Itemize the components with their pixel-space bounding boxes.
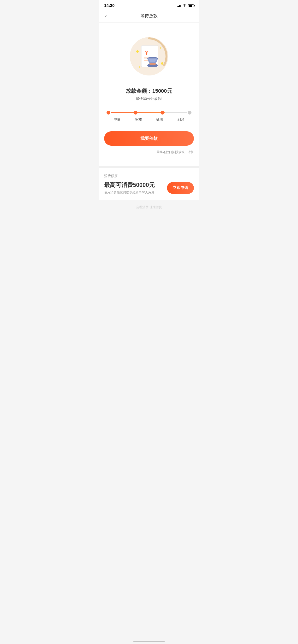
back-button[interactable]: ‹ xyxy=(103,12,109,20)
consumer-label: 消费额度 xyxy=(104,174,194,178)
disclaimer-text: 最终还款日按照放款日计算 xyxy=(99,148,199,159)
action-button-section: 我要催款 xyxy=(99,129,199,148)
page-title: 等待放款 xyxy=(140,13,158,19)
step-label-1: 申请 xyxy=(106,118,128,122)
step-label-4: 到账 xyxy=(170,118,192,122)
illustration-area: ¥ xyxy=(99,23,199,85)
step-label-3: 提现 xyxy=(149,118,170,122)
amount-prefix: 放款金额： xyxy=(126,88,152,94)
section-divider xyxy=(99,166,199,168)
step-label-2: 审核 xyxy=(128,118,149,122)
wifi-icon xyxy=(183,4,186,8)
svg-point-11 xyxy=(160,47,161,49)
svg-point-8 xyxy=(136,50,139,53)
svg-text:¥: ¥ xyxy=(145,49,148,56)
battery-icon xyxy=(188,4,194,7)
progress-section: 申请 审核 提现 到账 xyxy=(99,106,199,129)
svg-point-7 xyxy=(149,63,156,65)
main-content: ¥ 放款金额：15000元 最快30分钟放款! xyxy=(99,23,199,166)
consumer-content: 最高可消费50000元 使用消费额度购物享受最高40天免息 立即申请 xyxy=(104,181,194,194)
progress-line-filled xyxy=(111,112,165,113)
footer-text: 合理消费 理性借贷 xyxy=(99,200,199,219)
amount-value: 15000元 xyxy=(152,88,172,94)
consumer-card: 消费额度 最高可消费50000元 使用消费额度购物享受最高40天免息 立即申请 xyxy=(99,168,199,200)
consumer-info: 最高可消费50000元 使用消费额度购物享受最高40天免息 xyxy=(104,181,167,194)
status-icons xyxy=(177,4,194,8)
consumer-desc: 使用消费额度购物享受最高40天免息 xyxy=(104,190,167,194)
hourglass-illustration: ¥ xyxy=(125,32,173,80)
progress-track xyxy=(106,111,192,114)
urge-button[interactable]: 我要催款 xyxy=(104,131,194,146)
apply-button[interactable]: 立即申请 xyxy=(167,182,194,194)
signal-icon xyxy=(177,4,181,7)
step-dot-1 xyxy=(106,111,110,114)
svg-point-10 xyxy=(139,66,140,68)
svg-point-9 xyxy=(161,62,163,65)
nav-header: ‹ 等待放款 xyxy=(99,10,199,23)
amount-section: 放款金额：15000元 最快30分钟放款! xyxy=(99,85,199,106)
step-dot-4 xyxy=(188,111,192,114)
step-labels: 申请 审核 提现 到账 xyxy=(106,118,192,122)
status-time: 14:30 xyxy=(104,3,114,8)
amount-subtitle: 最快30分钟放款! xyxy=(99,96,199,101)
amount-title: 放款金额：15000元 xyxy=(99,88,199,95)
status-bar: 14:30 xyxy=(99,0,199,10)
step-dot-2 xyxy=(134,111,137,114)
step-dot-3 xyxy=(161,111,164,114)
consumer-amount: 最高可消费50000元 xyxy=(104,181,167,189)
